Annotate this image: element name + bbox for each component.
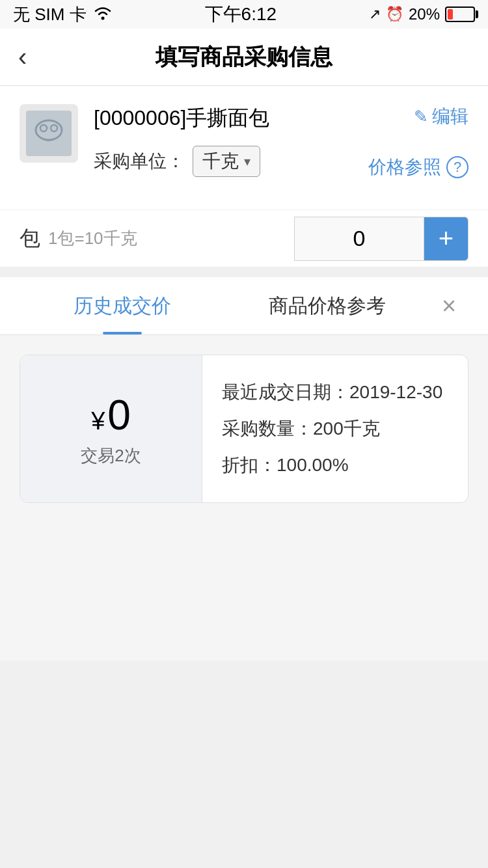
unit-select[interactable]: 千克 ▾ [193, 146, 260, 177]
page-title: 填写商品采购信息 [156, 42, 332, 72]
card-price: ¥ 0 [91, 391, 131, 439]
help-icon[interactable]: ? [446, 156, 468, 178]
back-button[interactable]: ‹ [18, 42, 27, 72]
unit-dropdown-arrow: ▾ [244, 154, 251, 169]
discount-row: 折扣：100.00% [222, 452, 448, 479]
tab-history-label: 历史成交价 [74, 293, 171, 319]
battery-percent: 20% [409, 5, 440, 23]
price-ref-button[interactable]: 价格参照 ? [368, 155, 468, 180]
status-time: 下午6:12 [205, 2, 277, 27]
alarm-icon: ⏰ [386, 6, 403, 23]
discount-value: 100.00% [277, 455, 349, 475]
product-info: [0000006]手撕面包 采购单位： 千克 ▾ [94, 104, 269, 177]
price-ref-label: 价格参照 [368, 155, 441, 180]
recent-date-label: 最近成交日期： [222, 382, 349, 402]
quantity-value: 0 [353, 226, 366, 251]
tab-section: 历史成交价 商品价格参考 × [0, 277, 488, 335]
purchase-qty-label: 采购数量： [222, 418, 313, 439]
wifi-icon [93, 5, 113, 25]
carrier-text: 无 SIM 卡 [13, 3, 87, 26]
tab-history-price[interactable]: 历史成交价 [20, 277, 224, 334]
edit-button[interactable]: ✎ 编辑 [414, 104, 468, 129]
recent-date-row: 最近成交日期：2019-12-30 [222, 379, 448, 406]
price-value: 0 [107, 391, 131, 439]
product-unit-row: 采购单位： 千克 ▾ [94, 146, 269, 177]
product-image [20, 104, 78, 163]
svg-point-2 [40, 125, 47, 131]
edit-icon: ✎ [414, 107, 428, 127]
quantity-unit: 包 [20, 224, 40, 253]
product-section: [0000006]手撕面包 采购单位： 千克 ▾ ✎ 编辑 价格参照 ? [0, 86, 488, 210]
card-section: ¥ 0 交易2次 最近成交日期：2019-12-30 采购数量：200千克 折扣… [0, 335, 488, 660]
status-bar: 无 SIM 卡 下午6:12 ↗ ⏰ 20% [0, 0, 488, 29]
recent-date-value: 2019-12-30 [349, 382, 442, 402]
svg-point-3 [51, 125, 57, 131]
card-right: 最近成交日期：2019-12-30 采购数量：200千克 折扣：100.00% [202, 355, 468, 502]
location-icon: ↗ [369, 6, 381, 23]
purchase-qty-row: 采购数量：200千克 [222, 415, 448, 442]
purchase-qty-value: 200千克 [313, 418, 380, 439]
svg-point-1 [36, 120, 62, 140]
unit-value: 千克 [202, 149, 239, 174]
quantity-section: 包 1包=10千克 0 + [0, 210, 488, 267]
product-logo [26, 111, 72, 156]
tab-active-indicator [103, 332, 142, 334]
card-left: ¥ 0 交易2次 [20, 355, 202, 502]
discount-label: 折扣： [222, 455, 277, 475]
currency-symbol: ¥ [91, 407, 105, 435]
quantity-label-group: 包 1包=10千克 [20, 224, 137, 253]
tab-bar: 历史成交价 商品价格参考 × [0, 277, 488, 334]
transaction-card: ¥ 0 交易2次 最近成交日期：2019-12-30 采购数量：200千克 折扣… [20, 355, 468, 503]
quantity-controls: 0 + [294, 217, 468, 261]
quantity-input[interactable]: 0 [294, 217, 424, 261]
tab-close-button[interactable]: × [429, 277, 468, 334]
product-header: [0000006]手撕面包 采购单位： 千克 ▾ ✎ 编辑 价格参照 ? [20, 104, 468, 180]
product-name: [0000006]手撕面包 [94, 104, 269, 133]
product-left: [0000006]手撕面包 采购单位： 千克 ▾ [20, 104, 269, 177]
tab-price-ref-label: 商品价格参考 [269, 293, 386, 319]
status-right: ↗ ⏰ 20% [369, 5, 475, 23]
battery-icon [445, 7, 475, 22]
quantity-plus-button[interactable]: + [424, 217, 468, 261]
unit-label: 采购单位： [94, 149, 185, 174]
status-left: 无 SIM 卡 [13, 3, 113, 26]
transaction-count: 交易2次 [81, 444, 141, 467]
tab-price-ref[interactable]: 商品价格参考 [224, 277, 429, 334]
edit-label: 编辑 [432, 104, 468, 129]
nav-bar: ‹ 填写商品采购信息 [0, 29, 488, 86]
svg-point-0 [101, 16, 104, 20]
quantity-conversion: 1包=10千克 [48, 227, 137, 250]
separator [0, 267, 488, 277]
